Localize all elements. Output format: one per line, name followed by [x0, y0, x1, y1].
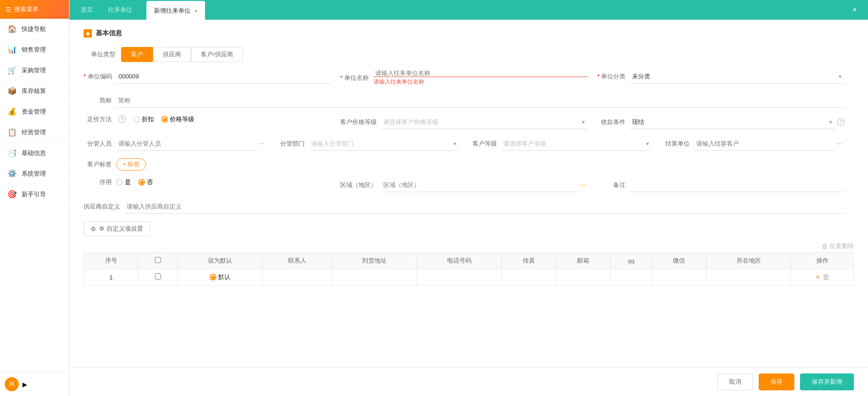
tab-home-label: 首页: [81, 6, 93, 14]
tab-home[interactable]: 首页: [73, 0, 100, 20]
chevron-down-icon: ▼: [645, 141, 650, 147]
unit-name-error: 请输入往来单位名称: [373, 78, 588, 86]
sidebar-item-sales[interactable]: 📊 销售管理: [0, 39, 69, 60]
col-qq: qq: [610, 253, 652, 269]
window-close-btn[interactable]: ×: [853, 6, 857, 14]
disabled-yes-radio[interactable]: 是: [116, 178, 131, 186]
unit-category-field: 单位分类 未分类 ▼: [597, 70, 854, 84]
remark-input[interactable]: [630, 178, 845, 192]
sidebar: ☰ 搜索菜单 🏠 快捷导航 📊 销售管理 🛒 采购管理 📦 库存核算 💰 资金管…: [0, 0, 69, 396]
tab-new-partner[interactable]: 新增往来单位 ×: [146, 1, 205, 21]
sidebar-item-label: 销售管理: [22, 46, 46, 54]
sidebar-item-guide[interactable]: 🎯 新手引导: [0, 184, 69, 205]
table-header-row: 序号 设为默认 联系人 到货地址 电话号码 传真 邮箱 qq 微信 所在地区 操…: [84, 253, 854, 269]
pricing-discount-label: 折扣: [142, 115, 154, 124]
payment-terms-select[interactable]: 现结 ▼: [630, 115, 835, 129]
pricing-level-radio[interactable]: 价格等级: [161, 115, 194, 124]
pricing-discount-radio[interactable]: 折扣: [133, 115, 154, 124]
sidebar-item-basic[interactable]: 📑 基础信息: [0, 143, 69, 163]
settlement-unit-input[interactable]: [694, 137, 835, 151]
unit-type-supplier-btn[interactable]: 供应商: [153, 47, 191, 62]
save-add-button[interactable]: 保存并新增: [800, 373, 854, 390]
section-icon: ◆: [84, 29, 92, 38]
section-header: ◆ 基本信息: [84, 29, 854, 38]
payment-help-icon[interactable]: ?: [837, 118, 845, 126]
settings-icon: ⚙: [91, 225, 96, 233]
sidebar-item-operations[interactable]: 📋 经营管理: [0, 122, 69, 143]
sidebar-item-finance[interactable]: 💰 资金管理: [0, 101, 69, 122]
tab-partners-close[interactable]: ×: [136, 7, 139, 13]
add-tag-button[interactable]: + 标签: [116, 158, 146, 171]
unit-type-customer-btn[interactable]: 客户: [121, 47, 153, 62]
cell-email: [556, 269, 610, 286]
col-region: 所在地区: [706, 253, 791, 269]
unit-category-select[interactable]: 未分类 ▼: [630, 70, 845, 84]
supplier-custom-input[interactable]: [125, 200, 845, 214]
sidebar-item-label: 快捷导航: [22, 25, 46, 33]
customer-tag-field: 客户标签 + 标签: [84, 158, 854, 171]
save-button[interactable]: 保存: [759, 373, 794, 390]
manager-label: 分管人员: [84, 140, 116, 148]
unit-code-label: 单位编码: [84, 72, 117, 81]
region-more-icon[interactable]: ···: [578, 181, 587, 189]
col-action: 操作: [791, 253, 854, 269]
sidebar-item-system[interactable]: ⚙️ 系统管理: [0, 163, 69, 184]
tab-partners[interactable]: 往来单位 ×: [100, 0, 146, 20]
col-seq: 序号: [84, 253, 138, 269]
sidebar-item-quick-nav[interactable]: 🏠 快捷导航: [0, 19, 69, 39]
unit-code-input[interactable]: [117, 70, 331, 84]
customer-level-select[interactable]: 请选择客户等级 ▼: [502, 137, 652, 151]
payment-terms-value: 现结: [632, 118, 644, 126]
no-radio-dot: [140, 181, 144, 184]
settlement-more-icon[interactable]: ···: [835, 140, 845, 148]
default-radio-circle: [210, 274, 216, 280]
main-area: 首页 往来单位 × 新增往来单位 × × ◆ 基本信息 单位类型 客户 供应商 …: [69, 0, 868, 396]
cell-region: [706, 269, 791, 286]
finance-icon: 💰: [8, 107, 17, 116]
sales-icon: 📊: [8, 45, 17, 54]
sidebar-item-purchase[interactable]: 🛒 采购管理: [0, 60, 69, 81]
pricing-method-field: 定价方法 ? 折扣 价格等级: [84, 115, 340, 124]
department-label: 分管部门: [276, 140, 309, 148]
header-checkbox[interactable]: [155, 257, 161, 263]
region-input[interactable]: [381, 178, 578, 192]
delete-row-btn[interactable]: 🗑: [822, 273, 830, 281]
sidebar-item-inventory[interactable]: 📦 库存核算: [0, 81, 69, 101]
custom-settings-button[interactable]: ⚙ ⚙ 自定义项设置: [84, 221, 150, 236]
manager-input[interactable]: [116, 137, 257, 151]
form-row-1: 单位编码 单位名称 请输入往来单位名称 单位分类 未分类 ▼: [84, 70, 854, 86]
disabled-radio-group: 是 否: [116, 178, 153, 186]
manager-field: 分管人员 ···: [84, 137, 276, 151]
cell-seq: 1: [84, 269, 138, 286]
department-select[interactable]: 请输入分管部门 ▼: [309, 137, 460, 151]
sidebar-item-label: 资金管理: [22, 108, 46, 116]
disabled-no-radio[interactable]: 否: [138, 178, 153, 186]
cell-action: + 🗑: [791, 269, 854, 286]
sidebar-item-label: 经营管理: [22, 128, 46, 137]
cancel-button[interactable]: 取消: [717, 373, 753, 390]
settlement-unit-field: 结算单位 ···: [662, 137, 854, 151]
customer-price-level-select[interactable]: 请选择客户价格等级 ▼: [381, 115, 587, 129]
abbreviation-input[interactable]: [116, 93, 845, 108]
disabled-field: 停用 是 否: [84, 178, 340, 186]
unit-name-input[interactable]: [373, 70, 588, 77]
default-radio[interactable]: 默认: [183, 273, 258, 281]
pricing-help-icon[interactable]: ?: [118, 116, 126, 123]
settlement-unit-label: 结算单位: [662, 140, 694, 148]
chevron-down-icon: ▼: [838, 74, 843, 79]
contact-table: 序号 设为默认 联系人 到货地址 电话号码 传真 邮箱 qq 微信 所在地区 操…: [84, 252, 854, 286]
add-row-btn[interactable]: +: [815, 273, 820, 281]
pricing-level-label: 价格等级: [170, 115, 194, 124]
discount-radio-circle: [133, 116, 140, 123]
tab-new-partner-close[interactable]: ×: [194, 8, 197, 14]
cell-address: [332, 269, 417, 286]
purchase-icon: 🛒: [8, 66, 17, 75]
unit-type-both-btn[interactable]: 客户/供应商: [191, 47, 243, 62]
sidebar-item-label: 采购管理: [22, 66, 46, 75]
form-footer: 取消 保存 保存并新增: [69, 367, 868, 396]
manager-more-icon[interactable]: ···: [257, 140, 266, 148]
row-checkbox[interactable]: [155, 273, 161, 280]
payment-terms-label: 收款条件: [597, 118, 630, 126]
sidebar-search[interactable]: ☰ 搜索菜单: [0, 0, 69, 19]
col-address: 到货地址: [332, 253, 417, 269]
